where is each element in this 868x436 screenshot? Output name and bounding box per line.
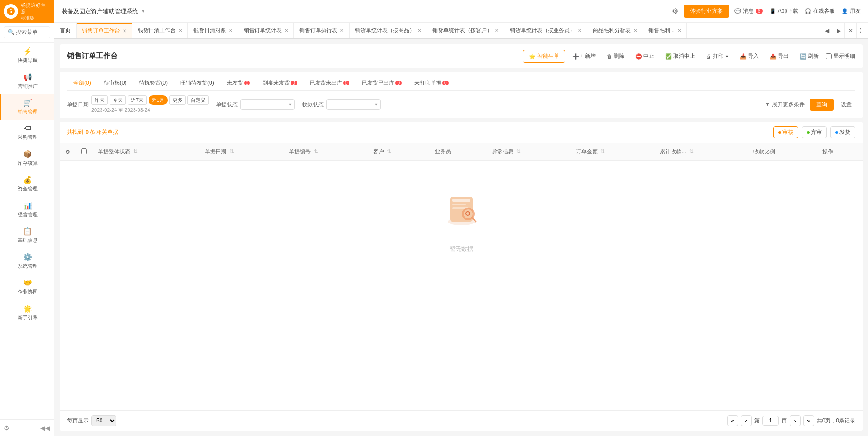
sort-date-icon[interactable]: ⇅ bbox=[230, 148, 234, 155]
tab-close-reconciliation[interactable]: ✕ bbox=[229, 28, 232, 33]
print-button[interactable]: 🖨 打印 ▼ bbox=[702, 50, 733, 62]
tab-close-cash-daily[interactable]: ✕ bbox=[178, 28, 182, 33]
query-button[interactable]: 查询 bbox=[810, 99, 834, 111]
tab-sales-by-customer[interactable]: 销货单统计表（按客户） ✕ bbox=[427, 23, 504, 39]
filter-tab-shipped-not-out[interactable]: 已发货未出库0 bbox=[303, 76, 356, 90]
industry-solution-button[interactable]: 体验行业方案 bbox=[684, 5, 729, 18]
prev-page-button[interactable]: ‹ bbox=[741, 415, 752, 426]
tab-close-sales[interactable]: ✕ bbox=[123, 28, 126, 33]
date-btn-today[interactable]: 今天 bbox=[110, 95, 126, 105]
quick-nav-icon: ⚡ bbox=[23, 47, 32, 56]
user-action[interactable]: 👤 用友 bbox=[841, 7, 861, 15]
tab-home[interactable]: 首页 bbox=[54, 23, 77, 39]
tab-sales-workbench[interactable]: 销售订单工作台 ✕ bbox=[77, 23, 132, 39]
table-area: 共找到 0条 相关单据 审核 弃审 发货 bbox=[60, 122, 863, 431]
page-size-select-input[interactable]: 20 50 100 bbox=[91, 415, 116, 426]
date-btn-yesterday[interactable]: 昨天 bbox=[91, 95, 108, 105]
sort-number-icon[interactable]: ⇅ bbox=[314, 148, 318, 155]
app-download-action[interactable]: 📱 App下载 bbox=[769, 7, 798, 15]
filter-tab-not-shipped[interactable]: 未发货0 bbox=[221, 76, 257, 90]
sort-customer-icon[interactable]: ⇅ bbox=[387, 148, 391, 155]
filter-tab-shop-pending[interactable]: 旺铺待发货(0) bbox=[174, 76, 221, 90]
batch-ship-button[interactable]: 发货 bbox=[830, 126, 855, 138]
date-btn-7days[interactable]: 近7天 bbox=[128, 95, 147, 105]
tab-close-sales-exec[interactable]: ✕ bbox=[340, 28, 344, 33]
tab-close-by-customer[interactable]: ✕ bbox=[495, 28, 499, 33]
tab-cash-daily[interactable]: 钱货日清工作台 ✕ bbox=[132, 23, 188, 39]
filter-tab-pending-pick[interactable]: 待拣验货(0) bbox=[133, 76, 174, 90]
message-action[interactable]: 💬 消息 6 bbox=[734, 7, 763, 15]
expand-more-button[interactable]: ▼ 展开更多条件 bbox=[763, 99, 806, 110]
date-btn-more[interactable]: 更多 bbox=[169, 95, 186, 105]
tab-close-margin[interactable]: ✕ bbox=[633, 28, 637, 33]
sidebar-item-basic-info[interactable]: 📋 基础信息 bbox=[0, 223, 54, 248]
sidebar-item-inventory[interactable]: 📦 库存核算 bbox=[0, 145, 54, 171]
sidebar-item-marketing[interactable]: 📢 营销推广 bbox=[0, 68, 54, 94]
tab-close-sales-margin[interactable]: ✕ bbox=[677, 28, 681, 33]
sidebar-item-finance[interactable]: 💰 资金管理 bbox=[0, 171, 54, 197]
refresh-button[interactable]: 🔄 刷新 bbox=[796, 50, 822, 62]
tabs-close-button[interactable]: ✕ bbox=[844, 23, 856, 39]
import-button[interactable]: 📥 导入 bbox=[736, 50, 762, 62]
tabs-scroll-right[interactable]: ▶ bbox=[833, 23, 844, 39]
tab-sales-by-salesperson[interactable]: 销货单统计表（按业务员） ✕ bbox=[504, 23, 587, 39]
smart-generate-button[interactable]: ⭐ 智能生单 bbox=[523, 50, 565, 63]
filter-tab-shipped-out[interactable]: 已发货已出库0 bbox=[355, 76, 408, 90]
show-detail-checkbox[interactable]: 显示明细 bbox=[826, 52, 855, 60]
page-number-input[interactable] bbox=[762, 416, 779, 426]
sort-amount-icon[interactable]: ⇅ bbox=[600, 148, 605, 155]
filter-tab-all[interactable]: 全部(0) bbox=[67, 76, 97, 90]
sidebar-item-purchase[interactable]: 🏷 采购管理 bbox=[0, 120, 54, 145]
payment-select[interactable] bbox=[326, 99, 381, 110]
tab-close-by-product[interactable]: ✕ bbox=[417, 28, 421, 33]
filter-tab-not-printed[interactable]: 未打印单据0 bbox=[408, 76, 455, 90]
sidebar-item-sales[interactable]: 🛒 销售管理 bbox=[0, 94, 54, 120]
filter-tab-overdue-not-shipped[interactable]: 到期未发货0 bbox=[256, 76, 303, 90]
select-all-checkbox[interactable] bbox=[81, 148, 87, 154]
tab-sales-margin[interactable]: 销售毛利... ✕ bbox=[643, 23, 687, 39]
tab-close-by-salesperson[interactable]: ✕ bbox=[578, 28, 581, 33]
search-menu-button[interactable]: 🔍 搜索菜单 bbox=[4, 26, 50, 38]
delete-button[interactable]: 🗑 删除 bbox=[603, 50, 628, 62]
first-page-button[interactable]: « bbox=[727, 415, 738, 426]
online-service-action[interactable]: 🎧 在线客服 bbox=[805, 7, 835, 15]
batch-audit-button[interactable]: 审核 bbox=[773, 126, 798, 138]
filter-tab-pending-review[interactable]: 待审核(0) bbox=[97, 76, 133, 90]
tab-reconciliation[interactable]: 钱货日清对账 ✕ bbox=[188, 23, 238, 39]
table-scroll[interactable]: ⚙ 单据整体状态 ⇅ 单据日期 ⇅ bbox=[60, 143, 863, 410]
column-settings-icon[interactable]: ⚙ bbox=[65, 149, 70, 155]
tabs-maximize-button[interactable]: ⛶ bbox=[856, 23, 868, 39]
cancel-suspend-button[interactable]: ✅ 取消中止 bbox=[662, 50, 699, 62]
tab-margin-analysis[interactable]: 商品毛利分析表 ✕ bbox=[587, 23, 643, 39]
date-btn-custom[interactable]: 自定义 bbox=[187, 95, 209, 105]
add-button[interactable]: ➕ + 新增 bbox=[569, 50, 599, 62]
th-customer: 客户 ⇅ bbox=[368, 143, 429, 161]
status-select[interactable] bbox=[240, 99, 295, 110]
sort-anomaly-icon[interactable]: ⇅ bbox=[516, 148, 521, 155]
sort-status-icon[interactable]: ⇅ bbox=[133, 148, 138, 155]
sidebar-item-guide[interactable]: 🌟 新手引导 bbox=[0, 300, 54, 326]
export-button[interactable]: 📤 导出 bbox=[766, 50, 792, 62]
topbar-gear-button[interactable]: ⚙ bbox=[672, 7, 678, 15]
suspend-button[interactable]: ⛔ 中止 bbox=[632, 50, 658, 62]
title-dropdown-arrow[interactable]: ▼ bbox=[141, 9, 145, 14]
filter-settings-button[interactable]: 设置 bbox=[837, 99, 855, 111]
sidebar-item-operations[interactable]: 📊 经营管理 bbox=[0, 197, 54, 223]
next-page-button[interactable]: › bbox=[790, 415, 801, 426]
collapse-sidebar-button[interactable]: ◀◀ bbox=[40, 424, 50, 431]
tab-sales-stats[interactable]: 销售订单统计表 ✕ bbox=[238, 23, 294, 39]
tab-sales-by-product[interactable]: 销货单统计表（按商品） ✕ bbox=[350, 23, 427, 39]
sidebar-item-enterprise[interactable]: 🤝 企业协同 bbox=[0, 274, 54, 300]
batch-revoke-button[interactable]: 弃审 bbox=[802, 126, 827, 138]
show-detail-input[interactable] bbox=[826, 53, 832, 59]
sort-accumulated-icon[interactable]: ⇅ bbox=[689, 148, 694, 155]
last-page-button[interactable]: » bbox=[803, 415, 814, 426]
headset-icon: 🎧 bbox=[805, 8, 811, 14]
tabs-scroll-left[interactable]: ◀ bbox=[821, 23, 833, 39]
sidebar-item-quick-nav[interactable]: ⚡ 快捷导航 bbox=[0, 43, 54, 68]
date-btn-1month[interactable]: 近1月 bbox=[149, 95, 168, 105]
tab-close-sales-stats[interactable]: ✕ bbox=[284, 28, 288, 33]
sidebar-item-system[interactable]: ⚙️ 系统管理 bbox=[0, 248, 54, 274]
tab-sales-exec[interactable]: 销售订单执行表 ✕ bbox=[294, 23, 350, 39]
settings-bottom-button[interactable]: ⚙ bbox=[4, 424, 10, 431]
